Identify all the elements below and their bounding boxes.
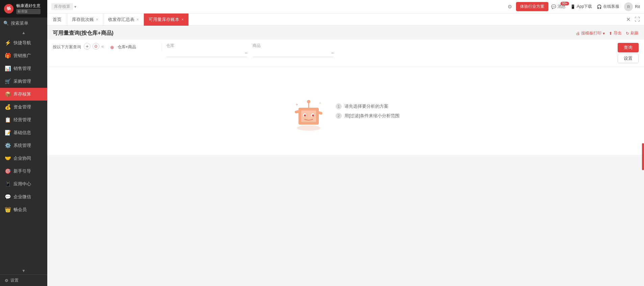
right-scrollbar[interactable] [642, 143, 644, 170]
tab-home[interactable]: 首页 [47, 14, 67, 26]
print-dropdown-icon: ▾ [603, 31, 605, 36]
svg-point-10 [307, 100, 310, 103]
sidebar-item-system[interactable]: ⚙️ 系统管理 [0, 139, 47, 152]
tab-receipt-summary[interactable]: 收发存汇总表 × [103, 14, 144, 26]
content-area: 可用量查询(按仓库+商品) 🖨 按模板打印 ▾ ⬆ 导出 ↻ 刷新 [47, 26, 644, 286]
sidebar-item-label: 快捷导航 [14, 40, 31, 46]
sidebar-bottom[interactable]: ⚙ 设置 [0, 275, 47, 286]
topbar: 库存核算 ▾ ⚙ 体验行业方案 💬 消息 99+ 📱 App下载 🎧 在线客服 … [47, 0, 644, 14]
trial-btn[interactable]: 体验行业方案 [516, 2, 548, 11]
app-label: App下载 [577, 4, 592, 9]
sidebar-item-label: 新手引导 [14, 168, 31, 174]
settings-btn[interactable]: 设置 [618, 54, 639, 63]
sidebar-item-label: 经营管理 [14, 117, 31, 123]
sidebar-item-inventory[interactable]: 📦 库存核算 [0, 88, 47, 101]
sidebar-item-newuser[interactable]: 🎯 新手引导 [0, 165, 47, 178]
sidebar-item-label: 采购管理 [14, 78, 31, 84]
sidebar-item-label: 畅会员 [14, 207, 27, 213]
svg-text:✦: ✦ [319, 101, 321, 105]
sidebar-item-sales[interactable]: 📊 销售管理 [0, 62, 47, 75]
tab-batch-accounts[interactable]: 库存批次账 × [67, 14, 103, 26]
vip-icon: 👑 [5, 207, 11, 213]
empty-state-content: ✦ ✦ · 1 请先选择要分析的方案 2 用[过滤]条件来缩小分析范围 [292, 94, 400, 128]
tab-home-label: 首页 [53, 17, 61, 23]
inventory-icon: 📦 [5, 91, 11, 97]
sidebar-item-vip[interactable]: 👑 畅会员 [0, 203, 47, 216]
service-icon: 🎧 [597, 4, 602, 9]
goods-dots-btn[interactable]: ··· [331, 50, 333, 56]
service-label: 在线客服 [603, 4, 619, 9]
sidebar-item-purchase[interactable]: 🛒 采购管理 [0, 75, 47, 88]
sidebar-item-enterprise[interactable]: 🤝 企业协同 [0, 152, 47, 165]
sidebar-item-label: 基础信息 [14, 130, 31, 136]
sidebar-bottom-label: 设置 [10, 278, 19, 283]
sidebar-edition: 标准版 [16, 9, 41, 14]
message-btn[interactable]: 💬 消息 99+ [551, 4, 566, 9]
newuser-icon: 🎯 [5, 168, 11, 174]
filter-scheme-settings-btn[interactable]: ⊙ [93, 43, 99, 50]
sidebar-header: 畅 畅康通好生意 标准版 [0, 0, 47, 18]
tab-right-actions: ✕ ⛶ [625, 15, 644, 24]
sidebar-item-label: 企业协同 [14, 155, 31, 161]
filter-fields: 仓库 ··· 商品 ··· [166, 43, 611, 57]
sidebar-search-label: 搜索菜单 [11, 20, 28, 26]
tab-expand-btn[interactable]: ⛶ [633, 15, 641, 24]
sidebar-item-label: 销售管理 [14, 66, 31, 72]
system-icon: ⚙️ [5, 142, 11, 149]
print-action[interactable]: 🖨 按模板打印 ▾ [576, 30, 605, 36]
scheme-label: 仓库+商品 [118, 44, 136, 50]
filter-scheme-list: ⊕ 仓库+商品 [108, 43, 162, 51]
finance-icon: 💰 [5, 104, 11, 110]
export-label: 导出 [614, 30, 622, 36]
query-btn[interactable]: 查询 [618, 43, 639, 52]
sidebar-item-quick-nav[interactable]: ⚡ 快捷导航 [0, 36, 47, 49]
username: Rit [635, 4, 640, 9]
warehouse-input[interactable] [166, 51, 243, 56]
sidebar-item-wechat[interactable]: 💬 企业微信 [0, 190, 47, 203]
warehouse-dots-btn[interactable]: ··· [244, 50, 247, 56]
tip-num-1: 1 [336, 103, 342, 109]
online-service-btn[interactable]: 🎧 在线客服 [597, 4, 619, 9]
scheme-icon: ⊕ [110, 45, 115, 50]
refresh-action[interactable]: ↻ 刷新 [626, 30, 639, 36]
purchase-icon: 🛒 [5, 78, 11, 84]
print-label: 按模板打印 [581, 30, 601, 36]
app-download-btn[interactable]: 📱 App下载 [570, 4, 592, 9]
user-area[interactable]: R Rit [624, 2, 640, 11]
warehouse-field-label: 仓库 [166, 43, 247, 49]
filter-collapse-btn[interactable]: « [101, 44, 104, 49]
tab-close-btn[interactable]: ✕ [625, 15, 632, 24]
empty-tip-1: 1 请先选择要分析的方案 [336, 103, 400, 109]
sidebar-item-appcenter[interactable]: 📱 应用中心 [0, 178, 47, 190]
svg-text:✦: ✦ [295, 102, 299, 107]
sidebar-scroll-up[interactable]: ▲ [0, 29, 47, 36]
sidebar-item-marketing[interactable]: 🎁 营销推广 [0, 49, 47, 62]
page-actions: 🖨 按模板打印 ▾ ⬆ 导出 ↻ 刷新 [576, 30, 639, 36]
marketing-icon: 🎁 [5, 53, 11, 59]
tab-available-ledger-close[interactable]: × [181, 18, 184, 22]
sidebar-item-basics[interactable]: 📝 基础信息 [0, 126, 47, 139]
sidebar-item-label: 企业微信 [14, 194, 31, 200]
sidebar-search[interactable]: 🔍 搜索菜单 [0, 18, 47, 29]
export-icon: ⬆ [609, 31, 612, 36]
scheme-item-warehouse-goods[interactable]: ⊕ 仓库+商品 [108, 43, 158, 51]
main-content: 库存核算 ▾ ⚙ 体验行业方案 💬 消息 99+ 📱 App下载 🎧 在线客服 … [47, 0, 644, 286]
svg-point-6 [312, 114, 314, 116]
export-action[interactable]: ⬆ 导出 [609, 30, 622, 36]
sidebar-item-finance[interactable]: 💰 资金管理 [0, 101, 47, 113]
filter-scheme-actions: + ⊙ « [84, 43, 104, 50]
refresh-label: 刷新 [630, 30, 639, 36]
filter-field-warehouse: 仓库 ··· [166, 43, 247, 57]
filter-add-btn[interactable]: + [84, 43, 91, 50]
avatar: R [624, 2, 633, 11]
goods-input[interactable] [253, 51, 330, 56]
sidebar-scroll-down[interactable]: ▼ [0, 267, 47, 275]
tab-available-ledger-label: 可用量库存账本 [149, 17, 179, 23]
tab-batch-accounts-close[interactable]: × [96, 18, 98, 22]
filter-left: 按以下方案查询 + ⊙ « [53, 43, 104, 50]
sidebar-item-label: 资金管理 [14, 104, 31, 110]
tab-receipt-summary-close[interactable]: × [136, 18, 139, 22]
tab-available-ledger[interactable]: 可用量库存账本 × [144, 14, 189, 26]
topbar-gear-icon[interactable]: ⚙ [506, 4, 513, 10]
sidebar-item-operations[interactable]: 📋 经营管理 [0, 113, 47, 126]
